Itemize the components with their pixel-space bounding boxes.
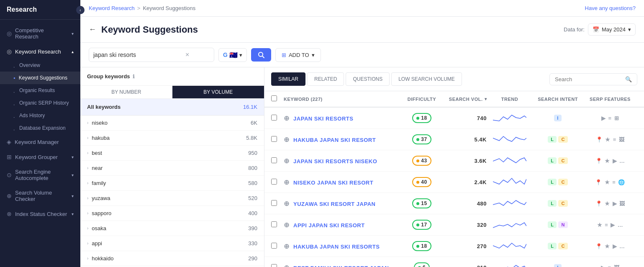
video-icon[interactable]: ▶ [601,264,606,267]
tab-low-search-volume[interactable]: LOW SEARCH VOLUME [391,72,462,86]
sidebar-item-keyword-suggestions[interactable]: ● Keyword Suggestions [0,72,80,84]
list-icon[interactable]: ≡ [612,179,616,185]
location-icon[interactable]: 📍 [595,179,602,185]
more-icon[interactable]: … [619,158,625,164]
keyword-add-button[interactable]: ⊕ [284,157,290,164]
vol-col-header[interactable]: SEARCH VOL. ▾ [445,97,487,102]
list-item[interactable]: › yuzawa 520 [80,191,264,206]
image-icon[interactable]: 🖼 [614,264,620,267]
keyword-link[interactable]: hakuba japan ski resorts [293,244,380,250]
row-checkbox[interactable] [271,115,277,121]
list-icon[interactable]: ≡ [613,136,616,143]
star-icon[interactable]: ★ [605,179,610,185]
row-checkbox[interactable] [271,264,277,267]
sidebar-item-index-status-checker[interactable]: ⊗ Index Status Checker ▾ [0,206,80,221]
sidebar-item-organic-results[interactable]: · Organic Results [0,84,80,97]
sidebar-collapse-button[interactable]: ‹ [76,6,85,14]
keyword-link[interactable]: niseko japan ski resort [293,180,373,186]
search-engine-selector[interactable]: G 🇦🇺 ▾ [218,48,247,62]
tab-similar[interactable]: SIMILAR [271,72,305,86]
keyword-add-button[interactable]: ⊕ [284,136,290,143]
list-icon[interactable]: ≡ [605,222,608,228]
keyword-add-button[interactable]: ⊕ [284,221,290,228]
list-icon[interactable]: ≡ [608,264,611,267]
row-checkbox[interactable] [271,136,277,142]
keyword-link[interactable]: yuzawa ski resort japan [293,201,375,207]
sidebar-item-competitive-research[interactable]: ◎ Competitive Research ▾ [0,23,80,44]
tab-questions[interactable]: QUESTIONS [346,72,390,86]
row-checkbox[interactable] [271,221,277,227]
more-icon[interactable]: … [618,222,623,228]
image-icon[interactable]: 🖼 [619,200,625,207]
intent-badges: L C [533,136,583,143]
keyword-link[interactable]: japan ski resorts [293,116,353,122]
sidebar-item-overview[interactable]: · Overview [0,59,80,72]
location-icon[interactable]: 📍 [595,200,603,207]
more-icon[interactable]: … [619,243,625,249]
by-number-button[interactable]: BY NUMBER [80,86,172,98]
keyword-link[interactable]: appi japan ski resort [293,222,365,228]
video-icon[interactable]: ▶ [613,200,617,207]
list-item[interactable]: › appi 330 [80,236,264,251]
video-icon[interactable]: ▶ [613,243,617,249]
list-icon[interactable]: ≡ [608,115,611,121]
row-checkbox[interactable] [271,243,277,249]
image-icon[interactable]: 🖼 [619,136,625,143]
sidebar-item-ads-history[interactable]: · Ads History [0,109,80,122]
all-keywords-item[interactable]: All keywords 16.1K [80,99,264,116]
star-icon[interactable]: ★ [605,158,610,164]
row-checkbox[interactable] [271,179,277,185]
table-search-input[interactable] [555,76,622,82]
keyword-add-button[interactable]: ⊕ [284,179,290,186]
star-icon[interactable]: ★ [605,243,610,249]
sidebar-item-organic-serp-history[interactable]: · Organic SERP History [0,97,80,109]
help-link[interactable]: Have any questions? [585,5,636,11]
back-button[interactable]: ← [89,25,96,34]
intent-cell: I [533,264,583,267]
sidebar-item-search-engine-autocomplete[interactable]: ⊙ Search Engine Autocomplete ▾ [0,164,80,185]
keyword-add-button[interactable]: ⊕ [284,200,290,207]
star-icon[interactable]: ★ [605,200,610,207]
sidebar-item-database-expansion[interactable]: · Database Expansion [0,122,80,134]
sidebar-item-keyword-manager[interactable]: ◈ Keyword Manager [0,134,80,149]
video-icon[interactable]: ▶ [601,115,606,121]
grid-icon[interactable]: ⊞ [614,115,619,121]
list-item[interactable]: › best 950 [80,146,264,161]
sidebar-item-search-volume-checker[interactable]: ⊕ Search Volume Checker ▾ [0,185,80,206]
row-checkbox[interactable] [271,157,277,163]
search-button[interactable] [251,48,271,62]
add-to-button[interactable]: ⊞ ADD TO ▾ [275,48,321,62]
list-item[interactable]: › osaka 390 [80,221,264,236]
sidebar-item-keyword-grouper[interactable]: ⊞ Keyword Grouper ▾ [0,149,80,164]
video-icon[interactable]: ▶ [611,222,615,228]
location-icon[interactable]: 📍 [596,136,603,143]
by-volume-button[interactable]: BY VOLUME [172,86,264,98]
list-item[interactable]: › niseko 6K [80,116,264,131]
list-item[interactable]: › near 800 [80,161,264,176]
serp-icons: 📍 ★ ▶ … [583,243,637,249]
clear-input-button[interactable]: × [185,51,189,59]
breadcrumb-keyword-research[interactable]: Keyword Research [89,5,135,11]
date-selector-button[interactable]: 📅 May 2024 ▾ [588,23,636,36]
search-input[interactable] [93,48,185,62]
globe-icon[interactable]: 🌐 [618,179,625,185]
star-icon[interactable]: ★ [597,222,603,228]
keyword-link[interactable]: best family ski resort japan [293,265,389,267]
tab-related[interactable]: RELATED [307,72,344,86]
keyword-add-button[interactable]: ⊕ [284,115,290,122]
list-item[interactable]: › hakuba 5.8K [80,131,264,146]
row-checkbox[interactable] [271,200,277,206]
location-icon[interactable]: 📍 [595,158,603,164]
keyword-add-button[interactable]: ⊕ [284,264,290,267]
location-icon[interactable]: 📍 [595,243,603,249]
star-icon[interactable]: ★ [605,136,611,143]
list-item[interactable]: › family 580 [80,176,264,191]
sidebar-item-keyword-research[interactable]: ◎ Keyword Research ▴ [0,44,80,59]
list-item[interactable]: › sapporo 400 [80,206,264,221]
select-all-checkbox[interactable] [271,95,277,101]
keyword-add-button[interactable]: ⊕ [284,243,290,250]
keyword-link[interactable]: hakuba japan ski resort [293,137,376,143]
list-item[interactable]: › hokkaido 290 [80,251,264,266]
keyword-link[interactable]: japan ski resorts niseko [293,158,377,164]
video-icon[interactable]: ▶ [613,158,617,164]
